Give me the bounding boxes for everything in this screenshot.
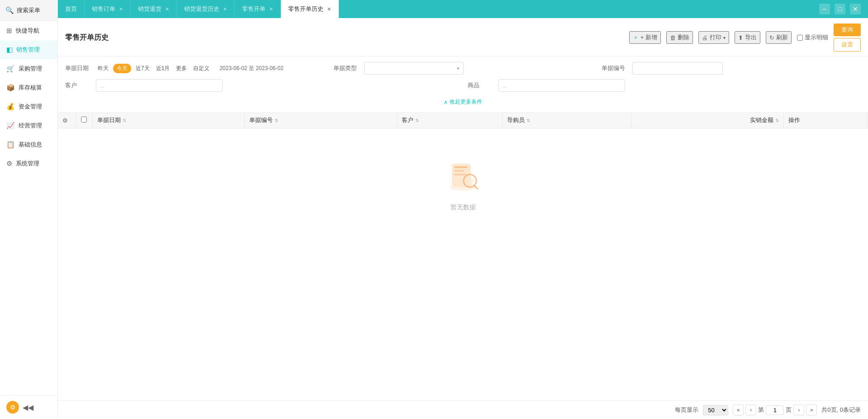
sidebar-item-operations[interactable]: 📈 经营管理 xyxy=(0,116,57,135)
inventory-icon: 📦 xyxy=(6,84,15,92)
column-settings-icon[interactable]: ⚙ xyxy=(62,117,68,124)
display-columns-toggle[interactable]: 显示明细 xyxy=(797,33,828,42)
close-icon: ✕ xyxy=(853,5,858,13)
tab-retail-open-history-close[interactable]: ✕ xyxy=(327,7,331,12)
sidebar-item-label: 经营管理 xyxy=(19,122,42,130)
tab-sales-return-history[interactable]: 销货退货历史 ✕ xyxy=(177,0,235,18)
empty-state: 暂无数据 xyxy=(58,128,868,239)
collapse-up-icon: ∧ xyxy=(444,99,448,105)
per-page-select[interactable]: 50 100 xyxy=(703,405,728,415)
date-btn-last-month[interactable]: 近1月 xyxy=(154,64,172,73)
date-btn-yesterday[interactable]: 昨天 xyxy=(96,64,110,73)
doc-no-input[interactable] xyxy=(632,62,723,75)
sidebar-footer: ⚙ ◀◀ xyxy=(0,395,57,419)
select-all-checkbox[interactable] xyxy=(81,117,87,122)
tab-sales-order-label: 销售订单 xyxy=(92,5,115,13)
date-btn-today[interactable]: 今天 xyxy=(113,64,131,73)
refresh-button[interactable]: ↻ 刷新 xyxy=(766,31,792,44)
display-columns-checkbox[interactable] xyxy=(797,35,803,41)
doc-type-dropdown-icon: ▾ xyxy=(457,66,460,71)
minimize-icon: ─ xyxy=(822,5,827,13)
export-label: 导出 xyxy=(745,33,757,42)
minimize-button[interactable]: ─ xyxy=(819,4,830,14)
date-filter-label: 单据日期 xyxy=(65,64,90,72)
date-btn-more[interactable]: 更多 xyxy=(174,64,189,73)
customer-input[interactable]: ... xyxy=(96,79,223,92)
doc-type-select[interactable]: ▾ xyxy=(364,62,464,75)
th-doc-no-label: 单据编号 xyxy=(249,116,273,124)
last-page-button[interactable]: » xyxy=(806,405,817,415)
page-suffix: 页 xyxy=(786,406,792,414)
print-dropdown-icon: ▾ xyxy=(723,35,726,40)
per-page-label: 每页显示 xyxy=(675,406,698,414)
th-customer-sort[interactable]: ⇅ xyxy=(415,118,419,123)
add-label: + 新增 xyxy=(640,33,657,42)
th-doc-no-sort[interactable]: ⇅ xyxy=(275,118,278,123)
data-table: ⚙ 单据日期 ⇅ 单据编号 xyxy=(58,113,868,128)
th-settings: ⚙ xyxy=(58,113,76,128)
next-page-button[interactable]: › xyxy=(793,405,804,415)
sidebar-search-label: 搜索采单 xyxy=(17,6,40,14)
sidebar-item-finance[interactable]: 💰 资金管理 xyxy=(0,97,57,116)
tab-retail-open-history[interactable]: 零售开单历史 ✕ xyxy=(281,0,339,18)
print-icon: 🖨 xyxy=(702,34,708,41)
collapse-filter-button[interactable]: ∧ 收起更多条件 xyxy=(65,96,861,107)
th-customer: 客户 ⇅ xyxy=(397,113,503,128)
product-input[interactable]: ... xyxy=(498,79,625,92)
maximize-icon: □ xyxy=(838,5,842,13)
settings-footer-button[interactable]: ⚙ xyxy=(6,401,19,414)
sidebar-item-basic[interactable]: 📋 基础信息 xyxy=(0,135,57,154)
sidebar-collapse-button[interactable]: ◀◀ xyxy=(23,403,33,412)
close-button[interactable]: ✕ xyxy=(850,4,861,14)
tab-sales-order-close[interactable]: ✕ xyxy=(119,7,123,12)
content-area: 零售开单历史 ＋ + 新增 🗑 删除 🖨 打印 ▾ ⬆ 导出 xyxy=(58,18,868,419)
product-placeholder: ... xyxy=(503,82,508,89)
th-date-sort[interactable]: ⇅ xyxy=(123,118,126,123)
export-button[interactable]: ⬆ 导出 xyxy=(735,31,760,44)
tab-retail-open-history-label: 零售开单历史 xyxy=(288,5,323,13)
table-header: ⚙ 单据日期 ⇅ 单据编号 xyxy=(58,113,868,128)
tab-sales-return-close[interactable]: ✕ xyxy=(165,7,169,12)
prev-page-button[interactable]: ‹ xyxy=(745,405,756,415)
tab-sales-return[interactable]: 销货退货 ✕ xyxy=(131,0,177,18)
query-button[interactable]: 查询 xyxy=(834,24,861,36)
sidebar-item-purchase[interactable]: 🛒 采购管理 xyxy=(0,59,57,78)
sidebar-item-sales[interactable]: ◧ 销售管理 xyxy=(0,40,57,59)
tab-sales-return-history-close[interactable]: ✕ xyxy=(223,7,227,12)
tab-retail-open-close[interactable]: ✕ xyxy=(269,7,273,12)
date-btn-custom[interactable]: 自定义 xyxy=(191,64,211,73)
top-nav: 首页 销售订单 ✕ 销货退货 ✕ 销货退货历史 ✕ 零售开单 ✕ 零售开单历史 … xyxy=(58,0,868,18)
th-guide-sort[interactable]: ⇅ xyxy=(526,118,530,123)
product-label: 商品 xyxy=(468,81,493,89)
maximize-button[interactable]: □ xyxy=(835,4,845,14)
filter-row-1: 单据日期 昨天 今天 近7天 近1月 更多 自定义 2023-06-02 至 2… xyxy=(65,62,861,75)
system-icon: ⚙ xyxy=(6,160,12,168)
sidebar-item-label: 快捷导航 xyxy=(16,27,39,35)
delete-button[interactable]: 🗑 删除 xyxy=(666,31,693,44)
first-page-button[interactable]: « xyxy=(733,405,744,415)
print-button[interactable]: 🖨 打印 ▾ xyxy=(698,31,729,44)
tab-sales-return-label: 销货退货 xyxy=(138,5,161,13)
search-icon: 🔍 xyxy=(5,6,14,14)
window-controls: ─ □ ✕ xyxy=(819,4,868,14)
page-number-input[interactable] xyxy=(766,405,784,415)
tab-sales-order[interactable]: 销售订单 ✕ xyxy=(85,0,131,18)
th-amount: 实销金额 ⇅ xyxy=(631,113,784,128)
svg-rect-3 xyxy=(454,170,464,172)
add-button[interactable]: ＋ + 新增 xyxy=(629,31,661,44)
th-guide-label: 导购员 xyxy=(507,116,525,124)
filter-settings-button[interactable]: 设置 xyxy=(834,38,861,52)
sidebar-item-quick-nav[interactable]: ⊞ 快捷导航 xyxy=(0,21,57,40)
tab-retail-open[interactable]: 零售开单 ✕ xyxy=(235,0,281,18)
basic-icon: 📋 xyxy=(6,141,15,149)
th-amount-sort[interactable]: ⇅ xyxy=(775,118,779,123)
sidebar-item-label: 销售管理 xyxy=(16,46,40,54)
date-btn-last7[interactable]: 近7天 xyxy=(134,64,152,73)
sidebar-item-system[interactable]: ⚙ 系统管理 xyxy=(0,154,57,173)
sidebar-search[interactable]: 🔍 搜索采单 xyxy=(0,0,57,21)
customer-label: 客户 xyxy=(65,81,90,89)
tab-home[interactable]: 首页 xyxy=(58,0,85,18)
toolbar: ＋ + 新增 🗑 删除 🖨 打印 ▾ ⬆ 导出 ↻ xyxy=(629,24,861,52)
sidebar-item-inventory[interactable]: 📦 库存核算 xyxy=(0,78,57,97)
finance-icon: 💰 xyxy=(6,103,15,111)
